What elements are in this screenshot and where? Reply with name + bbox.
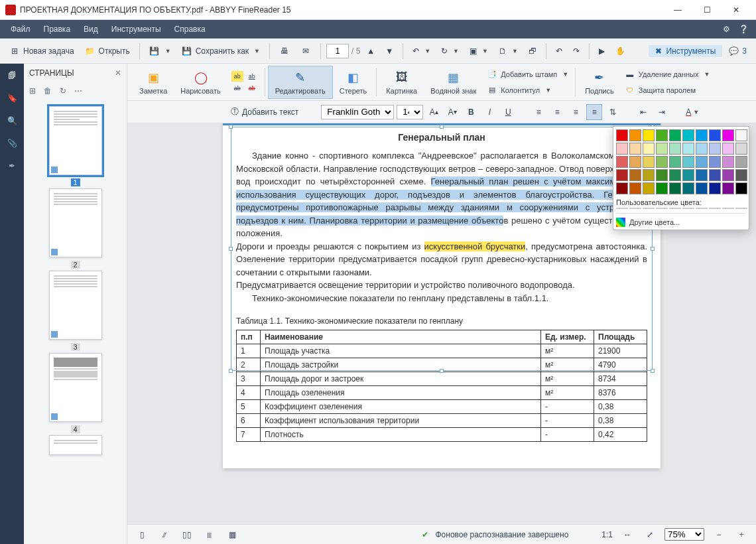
menu-tools[interactable]: Инструменты <box>105 20 168 38</box>
view-two-continuous-icon[interactable]: ⫼ <box>202 527 218 543</box>
color-swatch[interactable] <box>643 143 655 155</box>
fit-page-icon[interactable]: ⤢ <box>642 527 658 543</box>
page-thumbnail-3[interactable]: 3 <box>49 271 102 340</box>
close-panel-icon[interactable]: ✕ <box>115 68 121 78</box>
font-size-select[interactable]: 14 <box>397 105 423 119</box>
color-swatch[interactable] <box>709 143 721 155</box>
align-center-button[interactable]: ≡ <box>549 104 565 120</box>
color-swatch[interactable] <box>722 143 734 155</box>
open-button[interactable]: 📁Открыть <box>81 42 134 60</box>
color-swatch[interactable] <box>616 169 628 181</box>
font-shrink-button[interactable]: A▾ <box>444 104 460 120</box>
tools-panel-toggle[interactable]: ✖Инструменты <box>649 45 722 57</box>
data-delete-button[interactable]: ▬Удаление данных▼ <box>625 67 710 82</box>
pages-tab-icon[interactable]: 🗐 <box>5 69 19 82</box>
text-selection-box[interactable] <box>231 127 653 371</box>
view-single-page-icon[interactable]: ▯ <box>134 527 150 543</box>
color-swatch[interactable] <box>656 182 668 194</box>
rotate-page-icon[interactable]: ↻ <box>60 86 66 96</box>
custom-swatch[interactable] <box>722 208 734 209</box>
menu-file[interactable]: Файл <box>4 20 37 38</box>
custom-swatch[interactable] <box>656 208 668 209</box>
close-button[interactable]: ✕ <box>722 1 751 19</box>
color-swatch[interactable] <box>722 182 734 194</box>
color-swatch[interactable] <box>735 156 747 168</box>
color-swatch[interactable] <box>696 169 708 181</box>
color-swatch[interactable] <box>682 169 694 181</box>
page-thumbnail-2[interactable]: 2 <box>49 188 102 257</box>
color-swatch[interactable] <box>735 143 747 155</box>
color-swatch[interactable] <box>722 156 734 168</box>
color-swatch[interactable] <box>629 182 641 194</box>
color-swatch[interactable] <box>616 143 628 155</box>
color-swatch[interactable] <box>696 182 708 194</box>
pointer-tool[interactable]: ▶ <box>595 42 609 60</box>
color-swatch[interactable] <box>682 129 694 141</box>
add-page-icon[interactable]: ⊞ <box>29 86 36 96</box>
bold-button[interactable]: B <box>463 104 479 120</box>
maximize-button[interactable]: ☐ <box>692 1 722 19</box>
color-swatch[interactable] <box>629 129 641 141</box>
underline-button[interactable]: U <box>500 104 516 120</box>
align-justify-button[interactable]: ≡ <box>586 104 602 120</box>
password-protect-button[interactable]: 🛡Защита паролем <box>625 83 710 98</box>
menu-help[interactable]: Справка <box>168 20 212 38</box>
color-swatch[interactable] <box>643 156 655 168</box>
export-button[interactable]: 🗗 <box>525 42 540 60</box>
color-swatch[interactable] <box>709 182 721 194</box>
color-swatch[interactable] <box>735 129 747 141</box>
custom-swatch[interactable] <box>682 208 694 209</box>
custom-swatch[interactable] <box>669 208 681 209</box>
gear-icon[interactable]: ⚙ <box>720 23 732 35</box>
color-swatch[interactable] <box>629 143 641 155</box>
color-swatch[interactable] <box>696 129 708 141</box>
save-button[interactable]: 💾▼ <box>145 42 175 60</box>
color-swatch[interactable] <box>616 156 628 168</box>
custom-swatch[interactable] <box>643 208 655 209</box>
fit-width-icon[interactable]: ↔ <box>619 527 635 543</box>
undo-button[interactable]: ↶ <box>552 42 566 60</box>
strike-red-icon[interactable]: ab <box>246 83 258 94</box>
comments-button[interactable]: 💬3 <box>725 42 751 60</box>
color-swatch[interactable] <box>709 156 721 168</box>
color-swatch[interactable] <box>656 156 668 168</box>
erase-tool[interactable]: ◧Стереть <box>333 66 374 99</box>
indent-decrease-button[interactable]: ⇤ <box>635 104 651 120</box>
custom-swatch[interactable] <box>616 208 628 209</box>
align-left-button[interactable]: ≡ <box>531 104 546 120</box>
hand-tool[interactable]: ✋ <box>611 42 629 60</box>
underline-tool-icon[interactable]: ab <box>246 71 258 82</box>
color-swatch[interactable] <box>629 156 641 168</box>
minimize-button[interactable]: ― <box>663 1 692 19</box>
thumbnails-list[interactable]: 1 2 3 4 <box>24 100 127 544</box>
more-colors-button[interactable]: Другие цвета... <box>616 213 746 227</box>
custom-swatch[interactable] <box>709 208 721 209</box>
edit-tool[interactable]: ✎Редактировать <box>268 66 333 99</box>
color-swatch[interactable] <box>735 182 747 194</box>
more-icon[interactable]: ⋯ <box>74 86 82 96</box>
line-spacing-button[interactable]: ⇅ <box>605 104 621 120</box>
zoom-select[interactable]: 75% <box>664 528 704 541</box>
color-swatch[interactable] <box>722 169 734 181</box>
color-swatch[interactable] <box>643 182 655 194</box>
search-tab-icon[interactable]: 🔍 <box>5 114 19 127</box>
page-number-input[interactable] <box>326 44 349 58</box>
picture-tool[interactable]: 🖼Картинка <box>379 66 424 99</box>
color-swatch[interactable] <box>656 143 668 155</box>
watermark-tool[interactable]: ▦Водяной знак <box>424 66 483 99</box>
bookmarks-tab-icon[interactable]: 🔖 <box>5 92 19 105</box>
highlight-yellow-icon[interactable]: ab <box>231 71 243 82</box>
mail-button[interactable]: ✉ <box>296 42 315 60</box>
color-swatch[interactable] <box>696 156 708 168</box>
color-swatch[interactable] <box>669 143 681 155</box>
draw-tool[interactable]: ◯Нарисовать <box>174 66 227 99</box>
color-swatch[interactable] <box>629 169 641 181</box>
signatures-tab-icon[interactable]: ✒ <box>5 159 19 172</box>
zoom-in-button[interactable]: ＋ <box>733 527 749 543</box>
color-swatch[interactable] <box>709 169 721 181</box>
attachments-tab-icon[interactable]: 📎 <box>5 137 19 150</box>
crop-button[interactable]: ▣▼ <box>466 42 492 60</box>
color-swatch[interactable] <box>682 143 694 155</box>
font-family-select[interactable]: Franklin Gothic Bo <box>321 105 394 119</box>
color-swatch[interactable] <box>722 129 734 141</box>
